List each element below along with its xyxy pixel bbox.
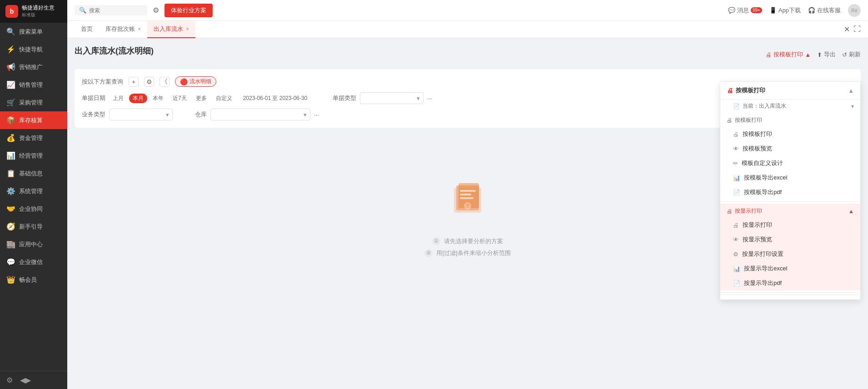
biz-type-field: 业务类型 ▾ (82, 109, 170, 120)
date-custom[interactable]: 自定义 (212, 94, 236, 103)
print-dropdown-panel: 🖨 按模板打印 ▲ 📄 当前：出入库流水 ▾ 🖨 (720, 81, 861, 300)
user-avatar-btn[interactable]: Rit (848, 4, 861, 17)
trial-btn[interactable]: 体验行业方案 (165, 4, 213, 17)
tab-flow-close[interactable]: × (186, 26, 189, 32)
warehouse-select-wrap (210, 109, 310, 120)
biz-type-select[interactable] (109, 109, 173, 120)
settings-footer-icon[interactable]: ⚙ (6, 376, 13, 384)
dp-display-preview-item[interactable]: 👁 按显示预览 (720, 232, 860, 247)
empty-illustration: ? (447, 179, 488, 228)
sidebar-item-label: 经营管理 (19, 152, 43, 160)
empty-step-1: ① 请先选择要分析的方案 (432, 237, 503, 245)
page-content: 出入库流水(流水明细) 🖨 按模板打印 ▲ ⬆ 导出 ↺ 刷新 (67, 38, 868, 389)
step-num-1: ① (432, 237, 440, 245)
filter-settings-btn[interactable]: ⚙ (144, 77, 154, 87)
filter-active-tag[interactable]: 🔴 流水明细 (175, 76, 216, 87)
dp-divider (720, 201, 860, 202)
sidebar-item-sales[interactable]: 📈 销售管理 (0, 76, 67, 94)
dp-current-chevron: ▾ (851, 103, 854, 110)
sidebar-item-quick-nav[interactable]: ⚡ 快捷导航 (0, 40, 67, 58)
dp-template-excel-item[interactable]: 📊 按模板导出excel (720, 170, 860, 185)
sidebar-item-finance[interactable]: 💰 资金管理 (0, 129, 67, 147)
doc-type-label: 单据类型 (333, 94, 356, 102)
sidebar-item-label: 库存核算 (19, 116, 43, 125)
print-icon: 🖨 (766, 51, 772, 58)
maximize-icon[interactable]: ⛶ (853, 25, 861, 34)
filter-add-btn[interactable]: + (129, 77, 139, 87)
doc-type-select[interactable] (360, 92, 424, 104)
sidebar-item-purchase[interactable]: 🛒 采购管理 (0, 94, 67, 111)
date-cur-year[interactable]: 本年 (149, 94, 167, 103)
app-download-btn[interactable]: 📱 App下载 (769, 6, 801, 15)
sidebar-item-inventory[interactable]: 📦 库存核算 (0, 111, 67, 129)
date-recent7[interactable]: 近7天 (169, 94, 190, 103)
date-cur-month[interactable]: 本月 (129, 94, 147, 103)
handshake-icon: 🤝 (6, 204, 15, 213)
dp-item-excel-icon: 📊 (733, 175, 740, 181)
topbar-gear-icon[interactable]: ⚙ (153, 6, 159, 15)
sidebar-item-member[interactable]: 👑 畅会员 (0, 271, 67, 289)
dp-set-default-btn[interactable]: ⚙ 设置默认功能 ▾ (720, 294, 860, 299)
sidebar-item-basic[interactable]: 📋 基础信息 (0, 165, 67, 182)
topbar-search-icon: 🔍 (79, 7, 86, 14)
dp-display-print-item[interactable]: 🖨 按显示打印 (720, 218, 860, 232)
date-field: 单据日期 上月 本月 本年 近7天 更多 自定义 2023-06-01 至 20… (82, 94, 307, 103)
dp-display-excel-item[interactable]: 📊 按显示导出excel (720, 261, 860, 276)
step-num-2: ② (424, 249, 433, 257)
dp-header-title: 🖨 按模板打印 (727, 86, 765, 95)
svg-text:?: ? (466, 204, 469, 209)
dp-display-chevron: ▲ (848, 208, 854, 214)
topbar-search-box[interactable]: 🔍 (75, 5, 147, 15)
dp-template-section-header: 🖨 按模板打印 (720, 113, 860, 127)
sidebar-item-wechat[interactable]: 💬 企业微信 (0, 253, 67, 271)
biz-type-select-wrap (109, 109, 173, 120)
tab-flow-label: 出入库流水 (154, 25, 183, 33)
sidebar-item-search[interactable]: 🔍 搜索菜单 (0, 23, 67, 40)
dp-template-pdf-item[interactable]: 📄 按模板导出pdf (720, 185, 860, 199)
dp-print-icon: 🖨 (727, 87, 733, 94)
message-btn[interactable]: 💬 消息 99+ (728, 6, 762, 15)
tab-batch-close[interactable]: × (138, 26, 141, 32)
sidebar-item-label: 采购管理 (19, 99, 43, 107)
sidebar-item-guide[interactable]: 🧭 新手引导 (0, 218, 67, 235)
warehouse-select[interactable] (210, 109, 310, 120)
dp-scroll: 📄 当前：出入库流水 ▾ 🖨 按模板打印 🖨 按模板打印 (720, 100, 860, 299)
refresh-btn[interactable]: ↺ 刷新 (842, 50, 861, 59)
print-template-btn[interactable]: 🖨 按模板打印 ▲ (766, 50, 811, 59)
filter-tag-label: 流水明细 (190, 78, 211, 85)
svg-rect-3 (460, 190, 476, 192)
dp-template-print-item[interactable]: 🖨 按模板打印 (720, 127, 860, 141)
sidebar-item-collab[interactable]: 🤝 企业协同 (0, 200, 67, 218)
date-prev-month[interactable]: 上月 (109, 94, 127, 103)
dp-display-item-excel-icon: 📊 (733, 265, 740, 272)
export-btn[interactable]: ⬆ 导出 (817, 50, 836, 59)
topbar-search-input[interactable] (89, 7, 135, 14)
online-service-btn[interactable]: 🎧 在线客服 (808, 6, 841, 15)
dp-divider2 (720, 292, 860, 293)
sidebar-item-operation[interactable]: 📊 经营管理 (0, 147, 67, 165)
doc-type-select-wrap (360, 92, 424, 104)
export-icon: ⬆ (817, 51, 822, 58)
sidebar-item-marketing[interactable]: 📢 营销推广 (0, 58, 67, 76)
warehouse-more-btn[interactable]: ··· (314, 111, 319, 118)
sidebar-item-system[interactable]: ⚙️ 系统管理 (0, 182, 67, 200)
app-download-label: App下载 (778, 6, 801, 15)
tab-home[interactable]: 首页 (75, 21, 99, 38)
online-service-label: 在线客服 (817, 6, 841, 15)
page-title: 出入库流水(流水明细) (75, 45, 154, 56)
dp-template-preview-item[interactable]: 👁 按模板预览 (720, 141, 860, 156)
dp-display-print-settings-item[interactable]: ⚙ 按显示打印设置 (720, 247, 860, 261)
empty-step1-text: 请先选择要分析的方案 (444, 237, 503, 245)
dp-template-custom-item[interactable]: ✏ 模板自定义设计 (720, 156, 860, 170)
date-more[interactable]: 更多 (192, 94, 210, 103)
dp-chevron-up: ▲ (848, 87, 854, 94)
dp-display-pdf-item[interactable]: 📄 按显示导出pdf (720, 276, 860, 290)
close-all-tabs-icon[interactable]: ✕ (844, 25, 850, 34)
collapse-sidebar-icon[interactable]: ◀▶ (20, 376, 31, 384)
dp-current-indicator: 📄 当前：出入库流水 ▾ (720, 100, 860, 113)
filter-collapse-btn[interactable]: 《 (160, 77, 170, 87)
tab-flow[interactable]: 出入库流水 × (147, 21, 195, 38)
sidebar-item-app-center[interactable]: 🏬 应用中心 (0, 235, 67, 253)
tab-batch[interactable]: 库存批次账 × (99, 21, 147, 38)
doc-type-more-btn[interactable]: ··· (427, 95, 432, 102)
